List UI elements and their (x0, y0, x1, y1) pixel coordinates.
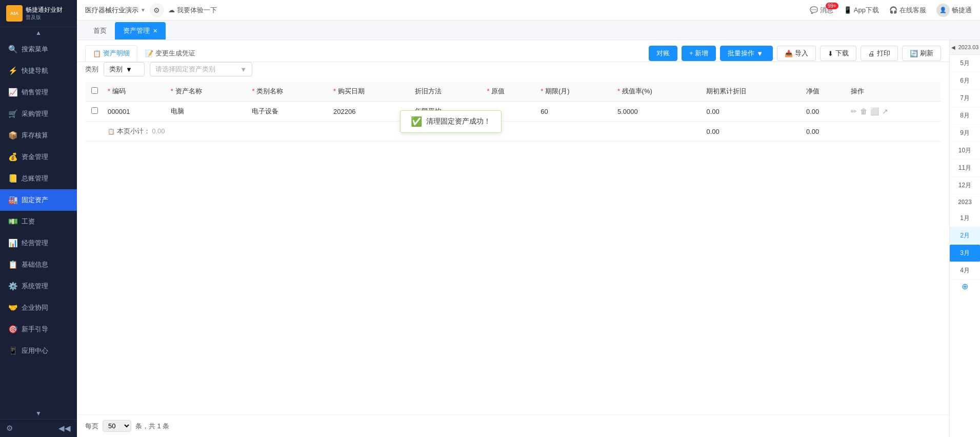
category-select[interactable]: 类别 ▼ (104, 62, 145, 76)
add-button[interactable]: + 新增 (682, 46, 716, 61)
col-name: 资产名称 (167, 82, 248, 102)
messages-button[interactable]: 💬 消息 99+ (810, 6, 833, 15)
calendar-month-8[interactable]: 8月 (950, 107, 980, 125)
reconcile-button[interactable]: 对账 (649, 46, 677, 61)
import-button[interactable]: 📥 导入 (777, 46, 816, 61)
select-all-checkbox[interactable] (91, 87, 98, 94)
category-input-select[interactable]: 请选择固定资产类别 ▼ (150, 62, 252, 76)
collapse-calendar-icon[interactable]: ◀ (951, 45, 955, 50)
col-category: 类别名称 (248, 82, 329, 102)
col-net-value: 净值 (802, 82, 847, 102)
sidebar-item-capital[interactable]: 💰 资金管理 (0, 146, 77, 168)
tab-close-icon[interactable]: ✕ (153, 28, 157, 34)
sidebar-item-label: 资金管理 (22, 152, 48, 162)
online-service-button[interactable]: 🎧 在线客服 (889, 6, 926, 15)
sidebar-item-label: 总账管理 (22, 174, 48, 183)
sidebar-item-guide[interactable]: 🎯 新手引导 (0, 319, 77, 340)
topbar: 医疗器械行业演示 ▼ ⚙ ☁ 我要体验一下 💬 消息 99+ 📱 App下载 (77, 0, 980, 21)
table-row: 000001 电脑 电子设备 202206 年限平均 60 5.0000 0.0… (85, 102, 941, 122)
subtotal-actions-empty (847, 122, 941, 142)
sidebar-item-payroll[interactable]: 💵 工资 (0, 211, 77, 232)
more-icon[interactable]: ↗ (882, 107, 888, 115)
calendar-month-4[interactable]: 4月 (950, 262, 980, 280)
row-checkbox[interactable] (91, 107, 98, 114)
appcenter-icon: 📱 (8, 346, 17, 355)
copy-icon[interactable]: ⬜ (870, 107, 879, 115)
batch-operations-button[interactable]: 批量操作 ▼ (720, 46, 773, 61)
sidebar-item-search[interactable]: 🔍 搜索菜单 (0, 38, 77, 60)
ledger-icon: 📒 (8, 174, 17, 183)
settings-bottom-icon[interactable]: ⚙ (6, 424, 13, 433)
sidebar-scroll-down-button[interactable]: ▼ (0, 409, 77, 418)
per-page-select[interactable]: 50 100 200 (103, 420, 131, 432)
calendar-month-5[interactable]: 5月 (950, 55, 980, 72)
tab-change-voucher[interactable]: 📝 变更生成凭证 (137, 45, 203, 62)
fixed-assets-icon: 🏭 (8, 195, 17, 205)
topbar-settings-button[interactable]: ⚙ (150, 3, 164, 17)
calendar-down-icon[interactable]: ⊕ (962, 282, 968, 291)
edit-icon[interactable]: ✏ (851, 107, 857, 115)
sidebar-item-basics[interactable]: 📋 基础信息 (0, 254, 77, 275)
calendar-month-6[interactable]: 6月 (950, 72, 980, 90)
total-label: 条，共 1 条 (135, 422, 169, 431)
row-purchase-date: 202206 (329, 102, 411, 122)
calendar-month-2[interactable]: 2月 (950, 227, 980, 245)
company-selector[interactable]: 医疗器械行业演示 ▼ (85, 6, 146, 15)
sidebar-bottom: ⚙ ◀◀ (0, 419, 77, 437)
sidebar-item-fixed-assets[interactable]: 🏭 固定资产 (0, 189, 77, 211)
download-button[interactable]: ⬇ 下载 (820, 46, 856, 61)
company-name: 医疗器械行业演示 (85, 6, 138, 15)
calendar-month-3[interactable]: 3月 (950, 245, 980, 262)
sidebar-item-label: 采购管理 (22, 109, 48, 118)
user-menu-button[interactable]: 👤 畅捷通 (936, 4, 972, 17)
inner-tabs: 📋 资产明细 📝 变更生成凭证 对账 + 新增 (77, 40, 949, 62)
row-checkbox-cell[interactable] (85, 102, 104, 122)
subtotal-text: 本页小计： (117, 127, 150, 135)
tab-asset-detail[interactable]: 📋 资产明细 (85, 45, 137, 62)
delete-icon[interactable]: 🗑 (860, 107, 867, 115)
collapse-sidebar-icon[interactable]: ◀◀ (58, 424, 71, 433)
quicknav-icon: ⚡ (8, 66, 17, 75)
calendar-month-10[interactable]: 10月 (950, 142, 980, 160)
asset-detail-icon: 📋 (93, 50, 101, 57)
change-voucher-label: 变更生成凭证 (155, 49, 195, 58)
calendar-month-12[interactable]: 12月 (950, 177, 980, 194)
print-button[interactable]: 🖨 打印 (861, 46, 898, 61)
change-voucher-icon: 📝 (145, 50, 153, 57)
app-download-button[interactable]: 📱 App下载 (844, 6, 879, 15)
sidebar-item-system[interactable]: ⚙️ 系统管理 (0, 275, 77, 297)
col-original-value: 原值 (483, 82, 536, 102)
toolbar-right-buttons: 对账 + 新增 批量操作 ▼ 📥 导入 ⬇ 下载 (649, 46, 941, 61)
tab-asset-management[interactable]: 资产管理 ✕ (115, 22, 166, 39)
settings-gear-icon: ⚙ (153, 6, 160, 14)
table-header-checkbox[interactable] (85, 82, 104, 102)
experience-text: 我要体验一下 (177, 6, 217, 15)
calendar-month-11[interactable]: 11月 (950, 160, 980, 177)
refresh-button[interactable]: 🔄 刷新 (902, 46, 941, 61)
calendar-panel: ◀ 2023.03 5月 6月 7月 8月 9月 10月 11月 12月 202… (949, 40, 980, 437)
sidebar-item-operations[interactable]: 📊 经营管理 (0, 232, 77, 254)
calendar-month-7[interactable]: 7月 (950, 90, 980, 107)
sidebar-item-enterprise[interactable]: 🤝 企业协同 (0, 297, 77, 319)
sidebar-item-appcenter[interactable]: 📱 应用中心 (0, 340, 77, 362)
tab-home[interactable]: 首页 (85, 22, 115, 39)
cloud-icon: ☁ (168, 6, 175, 14)
print-icon: 🖨 (868, 50, 875, 57)
print-label: 打印 (877, 49, 890, 58)
sidebar-item-purchase[interactable]: 🛒 采购管理 (0, 103, 77, 125)
content-area: 📋 资产明细 📝 变更生成凭证 对账 + 新增 (77, 40, 980, 437)
col-initial-depreciation: 期初累计折旧 (702, 82, 802, 102)
sidebar-scroll-up-button[interactable]: ▲ (0, 28, 77, 37)
sidebar-item-quicknav[interactable]: ⚡ 快捷导航 (0, 60, 77, 82)
calendar-month-1[interactable]: 1月 (950, 210, 980, 227)
batch-dropdown-icon: ▼ (756, 50, 763, 57)
calendar-month-9[interactable]: 9月 (950, 125, 980, 142)
company-dropdown-icon[interactable]: ▼ (141, 7, 146, 13)
row-net-value: 0.00 (802, 102, 847, 122)
experience-button[interactable]: ☁ 我要体验一下 (168, 6, 217, 15)
table-header-row: 编码 资产名称 类别名称 购买日期 折旧方法 原值 期限(月) 残值率(%) 期… (85, 82, 941, 102)
sidebar-item-ledger[interactable]: 📒 总账管理 (0, 168, 77, 189)
sidebar-item-sales[interactable]: 📈 销售管理 (0, 82, 77, 103)
sidebar-item-inventory[interactable]: 📦 库存核算 (0, 125, 77, 146)
category-input-arrow: ▼ (240, 66, 247, 73)
